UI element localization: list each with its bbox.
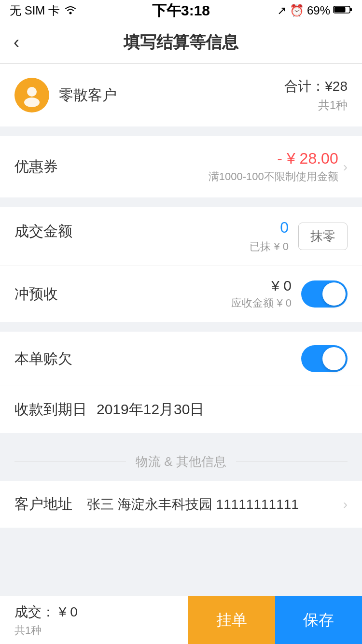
coupon-chevron-icon: › (343, 159, 348, 175)
nav-title: 填写结算等信息 (124, 31, 238, 54)
round-button[interactable]: 抹零 (298, 223, 348, 250)
debit-toggle[interactable] (301, 345, 348, 372)
address-section: 客户地址 张三 海淀永丰科技园 11111111111 › (0, 481, 362, 528)
svg-point-5 (24, 98, 40, 107)
location-icon: ↗ (277, 4, 287, 17)
toggle-knob (322, 282, 346, 306)
address-chevron-icon: › (343, 497, 348, 512)
bottom-summary: 成交： ¥ 0 共1种 (0, 603, 188, 638)
total-amount: 合计：¥28 (284, 77, 348, 96)
amount-value[interactable]: 0 (250, 219, 289, 237)
deal-amount: ¥ 0 (59, 604, 78, 619)
address-label: 客户地址 (14, 494, 72, 514)
customer-summary: 合计：¥28 共1种 (284, 77, 348, 113)
coupon-label: 优惠券 (14, 157, 58, 177)
due-date-label: 收款到期日 (14, 400, 87, 420)
status-right: ↗ ⏰ 69% (277, 4, 352, 17)
coupon-value-block: - ¥ 28.00 满1000-100不限制使用金额 (209, 150, 338, 184)
nav-bar: ‹ 填写结算等信息 (0, 21, 362, 64)
bottom-buttons: 挂单 保存 (188, 596, 362, 644)
svg-point-0 (70, 12, 72, 14)
amount-sub: 已抹 ¥ 0 (250, 239, 289, 254)
customer-left: 零散客户 (14, 78, 117, 112)
prepay-toggle[interactable] (301, 280, 348, 308)
logistics-divider-text: 物流 & 其他信息 (136, 453, 226, 470)
svg-rect-3 (334, 7, 346, 13)
prepay-row: 冲预收 ¥ 0 应收金额 ¥ 0 (0, 266, 362, 322)
coupon-desc: 满1000-100不限制使用金额 (209, 169, 338, 184)
due-date-value: 2019年12月30日 (97, 400, 204, 420)
debit-row: 本单赊欠 (0, 332, 362, 386)
transaction-section: 成交金额 0 已抹 ¥ 0 抹零 冲预收 ¥ 0 应收金额 ¥ 0 (0, 207, 362, 322)
coupon-card[interactable]: 优惠券 - ¥ 28.00 满1000-100不限制使用金额 › (0, 136, 362, 197)
save-button[interactable]: 保存 (275, 596, 362, 644)
debit-label: 本单赊欠 (14, 349, 72, 369)
customer-name: 零散客户 (59, 85, 117, 105)
address-value: 张三 海淀永丰科技园 11111111111 (87, 495, 338, 514)
no-sim-text: 无 SIM 卡 (10, 3, 60, 18)
debit-toggle-knob (322, 347, 346, 370)
prepay-amount: ¥ 0 (231, 278, 292, 294)
back-button[interactable]: ‹ (14, 32, 19, 53)
bottom-deal: 成交： ¥ 0 (14, 603, 174, 621)
status-left: 无 SIM 卡 (10, 3, 77, 18)
bottom-count: 共1种 (14, 623, 174, 638)
customer-avatar (14, 78, 49, 112)
status-time: 下午3:18 (152, 1, 210, 21)
battery-text: 69% (307, 4, 330, 17)
amount-row: 成交金额 0 已抹 ¥ 0 抹零 (0, 207, 362, 266)
pending-button[interactable]: 挂单 (188, 596, 275, 644)
wifi-icon (64, 4, 77, 17)
prepay-right: ¥ 0 应收金额 ¥ 0 (231, 278, 348, 310)
debit-section: 本单赊欠 收款到期日 2019年12月30日 (0, 332, 362, 433)
svg-point-4 (27, 87, 37, 97)
due-date-row[interactable]: 收款到期日 2019年12月30日 (0, 386, 362, 433)
customer-row: 零散客户 合计：¥28 共1种 (0, 64, 362, 126)
amount-input-block: 0 已抹 ¥ 0 (250, 219, 289, 254)
prepay-sub: 应收金额 ¥ 0 (231, 296, 292, 310)
coupon-row[interactable]: 优惠券 - ¥ 28.00 满1000-100不限制使用金额 › (0, 136, 362, 197)
logistics-divider: 物流 & 其他信息 (0, 443, 362, 481)
alarm-icon: ⏰ (290, 4, 304, 17)
svg-rect-2 (350, 8, 352, 11)
coupon-discount: - ¥ 28.00 (209, 150, 338, 168)
bottom-bar: 成交： ¥ 0 共1种 挂单 保存 (0, 596, 362, 644)
address-row[interactable]: 客户地址 张三 海淀永丰科技园 11111111111 › (0, 481, 362, 528)
customer-card: 零散客户 合计：¥28 共1种 (0, 64, 362, 126)
coupon-right: - ¥ 28.00 满1000-100不限制使用金额 › (209, 150, 348, 184)
prepay-label: 冲预收 (14, 284, 58, 304)
amount-right: 0 已抹 ¥ 0 抹零 (250, 219, 348, 254)
total-count: 共1种 (284, 98, 348, 113)
status-bar: 无 SIM 卡 下午3:18 ↗ ⏰ 69% (0, 0, 362, 21)
divider-line-left (14, 462, 126, 462)
amount-label: 成交金额 (14, 219, 72, 241)
battery-icon (333, 4, 352, 17)
deal-label: 成交： (14, 604, 55, 619)
prepay-value-block: ¥ 0 应收金额 ¥ 0 (231, 278, 292, 310)
divider-line-right (236, 462, 348, 462)
